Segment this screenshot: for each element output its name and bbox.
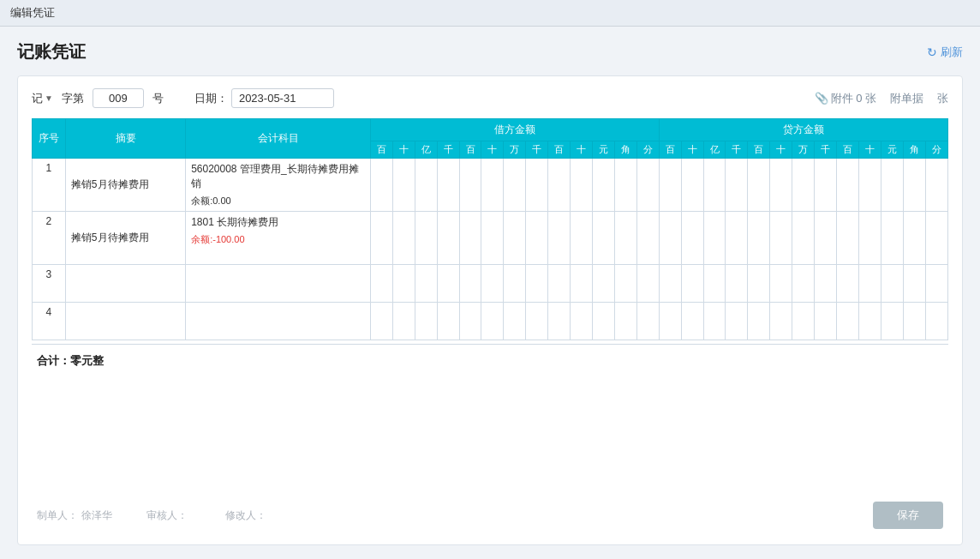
debit-amount-cell[interactable] [481, 265, 504, 303]
credit-amount-cell[interactable] [703, 212, 726, 265]
debit-amount-cell[interactable] [481, 159, 504, 212]
debit-amount-cell[interactable] [371, 265, 393, 303]
table-row[interactable]: 4 [33, 303, 948, 340]
debit-amount-cell[interactable] [459, 265, 481, 303]
account-cell[interactable]: 56020008 管理费用_长期待摊费用摊销余额:0.00 [186, 159, 371, 212]
debit-amount-cell[interactable] [481, 303, 504, 340]
credit-amount-cell[interactable] [703, 265, 726, 303]
voucher-type-dropdown[interactable]: 记 ▼ [32, 91, 53, 106]
credit-amount-cell[interactable] [726, 303, 748, 340]
debit-amount-cell[interactable] [504, 212, 526, 265]
credit-amount-cell[interactable] [815, 159, 837, 212]
credit-amount-cell[interactable] [659, 265, 681, 303]
credit-amount-cell[interactable] [858, 303, 881, 340]
debit-amount-cell[interactable] [504, 303, 526, 340]
credit-amount-cell[interactable] [748, 159, 770, 212]
debit-amount-cell[interactable] [526, 159, 548, 212]
credit-amount-cell[interactable] [659, 159, 681, 212]
credit-amount-cell[interactable] [681, 159, 703, 212]
debit-amount-cell[interactable] [392, 265, 415, 303]
debit-amount-cell[interactable] [571, 303, 593, 340]
debit-amount-cell[interactable] [415, 212, 437, 265]
credit-amount-cell[interactable] [903, 212, 925, 265]
debit-amount-cell[interactable] [548, 159, 571, 212]
summary-cell[interactable] [65, 265, 185, 303]
debit-amount-cell[interactable] [415, 303, 437, 340]
credit-amount-cell[interactable] [881, 303, 903, 340]
debit-amount-cell[interactable] [636, 159, 659, 212]
credit-amount-cell[interactable] [792, 265, 815, 303]
credit-amount-cell[interactable] [881, 159, 903, 212]
credit-amount-cell[interactable] [815, 265, 837, 303]
credit-amount-cell[interactable] [681, 212, 703, 265]
credit-amount-cell[interactable] [659, 212, 681, 265]
debit-amount-cell[interactable] [481, 212, 504, 265]
debit-amount-cell[interactable] [392, 212, 415, 265]
debit-amount-cell[interactable] [526, 265, 548, 303]
attachment-link[interactable]: 📎 附件 0 张 [815, 91, 876, 106]
single-doc-label[interactable]: 附单据 [890, 91, 923, 106]
credit-amount-cell[interactable] [858, 159, 881, 212]
voucher-number-input[interactable] [93, 88, 144, 108]
debit-amount-cell[interactable] [459, 212, 481, 265]
debit-amount-cell[interactable] [437, 212, 459, 265]
debit-amount-cell[interactable] [371, 212, 393, 265]
summary-cell[interactable]: 摊销5月待摊费用 [65, 212, 185, 265]
debit-amount-cell[interactable] [571, 265, 593, 303]
debit-amount-cell[interactable] [526, 212, 548, 265]
debit-amount-cell[interactable] [592, 159, 614, 212]
debit-amount-cell[interactable] [548, 303, 571, 340]
summary-cell[interactable]: 摊销5月待摊费用 [65, 159, 185, 212]
credit-amount-cell[interactable] [792, 212, 815, 265]
credit-amount-cell[interactable] [815, 303, 837, 340]
credit-amount-cell[interactable] [925, 303, 948, 340]
credit-amount-cell[interactable] [903, 265, 925, 303]
credit-amount-cell[interactable] [836, 159, 858, 212]
debit-amount-cell[interactable] [636, 265, 659, 303]
credit-amount-cell[interactable] [836, 212, 858, 265]
credit-amount-cell[interactable] [703, 159, 726, 212]
debit-amount-cell[interactable] [459, 303, 481, 340]
debit-amount-cell[interactable] [592, 212, 614, 265]
debit-amount-cell[interactable] [571, 159, 593, 212]
date-input[interactable] [231, 88, 334, 108]
account-cell[interactable] [186, 303, 371, 340]
credit-amount-cell[interactable] [792, 159, 815, 212]
credit-amount-cell[interactable] [681, 303, 703, 340]
credit-amount-cell[interactable] [726, 212, 748, 265]
credit-amount-cell[interactable] [726, 265, 748, 303]
debit-amount-cell[interactable] [504, 159, 526, 212]
debit-amount-cell[interactable] [636, 212, 659, 265]
credit-amount-cell[interactable] [925, 159, 948, 212]
credit-amount-cell[interactable] [748, 212, 770, 265]
credit-amount-cell[interactable] [659, 303, 681, 340]
debit-amount-cell[interactable] [548, 212, 571, 265]
credit-amount-cell[interactable] [726, 159, 748, 212]
table-row[interactable]: 2摊销5月待摊费用1801 长期待摊费用余额:-100.00 [33, 212, 948, 265]
credit-amount-cell[interactable] [881, 212, 903, 265]
debit-amount-cell[interactable] [392, 303, 415, 340]
debit-amount-cell[interactable] [437, 159, 459, 212]
credit-amount-cell[interactable] [858, 212, 881, 265]
credit-amount-cell[interactable] [925, 265, 948, 303]
credit-amount-cell[interactable] [836, 265, 858, 303]
credit-amount-cell[interactable] [836, 303, 858, 340]
credit-amount-cell[interactable] [792, 303, 815, 340]
table-row[interactable]: 3 [33, 265, 948, 303]
credit-amount-cell[interactable] [770, 212, 792, 265]
debit-amount-cell[interactable] [592, 265, 614, 303]
refresh-button[interactable]: ↻ 刷新 [927, 45, 963, 60]
table-row[interactable]: 1摊销5月待摊费用56020008 管理费用_长期待摊费用摊销余额:0.00 [33, 159, 948, 212]
credit-amount-cell[interactable] [770, 265, 792, 303]
credit-amount-cell[interactable] [681, 265, 703, 303]
save-button[interactable]: 保存 [873, 502, 943, 529]
credit-amount-cell[interactable] [903, 303, 925, 340]
debit-amount-cell[interactable] [614, 159, 636, 212]
debit-amount-cell[interactable] [592, 303, 614, 340]
debit-amount-cell[interactable] [415, 265, 437, 303]
credit-amount-cell[interactable] [748, 265, 770, 303]
debit-amount-cell[interactable] [459, 159, 481, 212]
account-cell[interactable]: 1801 长期待摊费用余额:-100.00 [186, 212, 371, 265]
credit-amount-cell[interactable] [703, 303, 726, 340]
credit-amount-cell[interactable] [858, 265, 881, 303]
